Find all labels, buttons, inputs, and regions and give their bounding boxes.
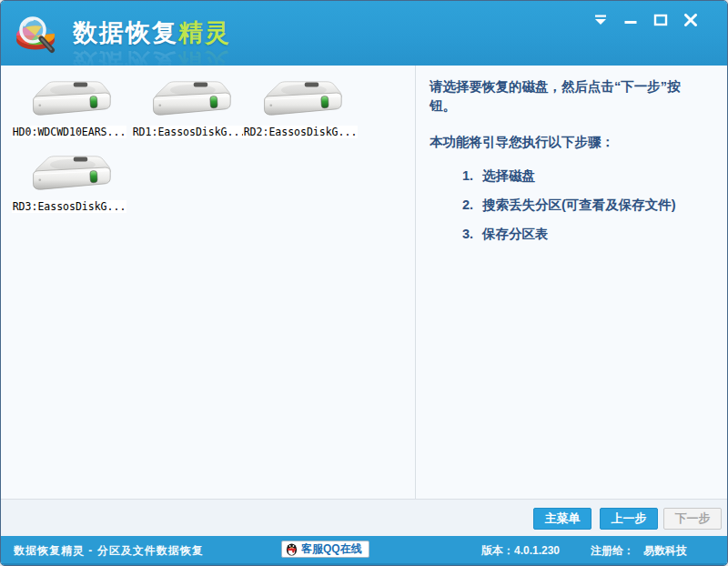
qq-badge-label: 客服QQ在线 [301,541,362,557]
step-item-2: 2. 搜索丢失分区(可查看及保存文件) [462,196,716,215]
step-text: 选择磁盘 [482,167,535,186]
window-controls [592,12,700,28]
hard-drive-icon [144,77,235,123]
qq-support-badge[interactable]: 客服QQ在线 [281,541,369,558]
disk-label: RD1:EassosDiskG... [132,126,248,138]
step-item-3: 3. 保存分区表 [462,225,716,244]
hard-drive-icon [255,77,346,123]
disk-item-rd2[interactable]: RD2:EassosDiskG... [239,77,361,139]
version-label: 版本： [481,544,514,557]
titlebar: 数据恢复精灵 数据恢复精灵 [1,1,727,66]
app-title-accent: 精灵 [178,19,231,46]
hard-drive-icon [24,152,115,197]
app-window: 数据恢复精灵 数据恢复精灵 [0,0,728,566]
disk-label: RD3:EassosDiskG... [12,200,127,213]
step-text: 保存分区表 [482,225,549,244]
statusbar: 数据恢复精灵 - 分区及文件数据恢复 客服QQ在线 版本：4.0.1.230 注… [1,536,727,566]
registered-value: 易数科技 [643,544,687,557]
disk-item-hd0[interactable]: HD0:WDCWD10EARS... [8,77,130,139]
maximize-button[interactable] [652,12,670,28]
version-value: 4.0.1.230 [514,544,560,557]
disk-label: RD2:EassosDiskG... [243,126,359,138]
disk-item-rd1[interactable]: RD1:EassosDiskG... [128,77,250,139]
main-menu-button[interactable]: 主菜单 [533,508,592,530]
disk-item-rd3[interactable]: RD3:EassosDiskG... [8,152,130,214]
step-number: 2. [462,196,482,215]
hard-drive-icon [24,77,115,123]
statusbar-registered: 注册给：易数科技 [591,543,687,559]
close-button[interactable] [682,12,700,28]
instruction-panel: 请选择要恢复的磁盘，然后点击“下一步”按钮。 本功能将引导您执行以下步骤： 1.… [416,66,728,499]
app-title: 数据恢复精灵 [73,16,231,49]
app-logo-icon [12,8,61,57]
disk-label: HD0:WDCWD10EARS... [12,126,127,138]
step-text: 搜索丢失分区(可查看及保存文件) [482,196,676,215]
step-number: 1. [462,167,482,186]
previous-step-button[interactable]: 上一步 [600,508,658,530]
step-number: 3. [462,225,482,244]
registered-label: 注册给： [591,544,634,557]
statusbar-app-description: 数据恢复精灵 - 分区及文件数据恢复 [14,543,204,559]
statusbar-version: 版本：4.0.1.230 [481,543,560,559]
main-content: HD0:WDCWD10EARS... RD1:EassosDiskG... [1,66,727,536]
qq-penguin-icon [286,542,298,556]
app-title-main: 数据恢复 [73,19,178,46]
instruction-paragraph-1: 请选择要恢复的磁盘，然后点击“下一步”按钮。 [430,77,706,116]
button-bar: 主菜单 上一步 下一步 [1,500,727,536]
next-step-button-disabled[interactable]: 下一步 [663,508,722,530]
step-item-1: 1. 选择磁盘 [462,167,716,186]
instruction-paragraph-2: 本功能将引导您执行以下步骤： [430,133,716,152]
collapse-menu-icon[interactable] [592,12,610,28]
minimize-button[interactable] [622,12,640,28]
